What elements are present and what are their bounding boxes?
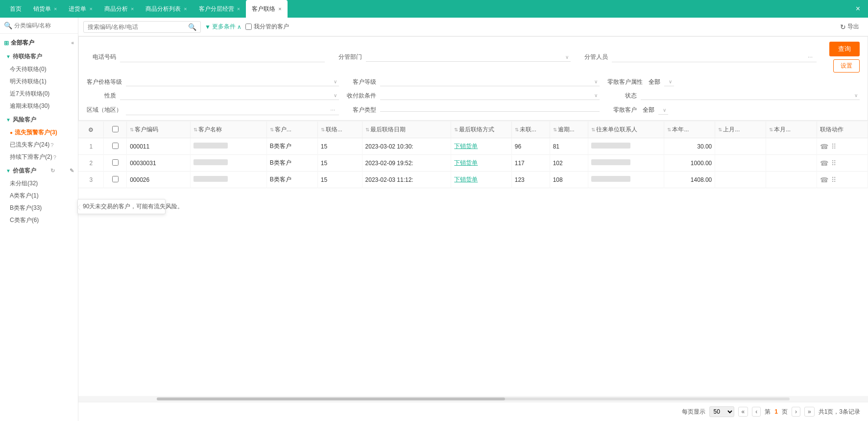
sidebar-group-pending-title[interactable]: ▼ 待联络客户 [0,50,78,63]
status-select[interactable]: ∨ [641,91,860,100]
row-checkbox-2[interactable] [112,176,119,182]
row-way-1[interactable]: 下销货单 [451,155,511,172]
sidebar-item-churn-warning[interactable]: ● 流失预警客户(3) [0,126,78,139]
filter-price-grade: 客户价格等级 ∨ [87,77,339,86]
action-contact-icon-0[interactable]: ☎ [820,143,828,150]
sidebar-group-churn-title[interactable]: ▼ 风险客户 [0,113,78,126]
row-check-0[interactable] [104,138,127,155]
more-conditions-btn[interactable]: ▼ 更多条件 ∧ [205,23,241,31]
h-scrollbar-thumb[interactable] [157,397,505,400]
toolbar-search-input[interactable] [88,24,188,30]
sidebar-item-ungrouped[interactable]: 未分组(32) [0,177,78,190]
zero-attr-select[interactable]: ∨ [664,77,674,86]
sidebar-search-input[interactable] [14,22,88,29]
region-select[interactable]: ··· [126,105,339,115]
sidebar-group-value-title[interactable]: ▼ 价值客户 ↻ ✎ [0,164,78,177]
person-select[interactable]: ··· [612,52,817,62]
price-grade-select[interactable]: ∨ [126,77,339,86]
col-header-date[interactable]: ⇅ 最后联络日期 [362,122,451,138]
query-btn[interactable]: 查询 [829,42,860,56]
sidebar-item-class-a[interactable]: A类客户(1) [0,190,78,202]
tab-customer-segment-close[interactable]: × [237,6,240,12]
sidebar-item-already-churn[interactable]: 已流失客户(24) ? [0,139,78,151]
sidebar-all-customers[interactable]: ⊞ 全部客户 « [0,36,78,50]
sidebar-item-class-c[interactable]: C类客户(6) [0,214,78,226]
tab-sales[interactable]: 销货单 × [27,0,63,18]
page-size-select[interactable]: 50 20 100 [709,406,734,417]
col-header-type[interactable]: ⇅ 客户... [266,122,317,138]
customer-type-select[interactable] [380,108,599,112]
filter-region: 区域（地区） ··· [87,105,339,115]
row-check-2[interactable] [104,172,127,188]
col-header-way[interactable]: ⇅ 最后联络方式 [451,122,511,138]
col-header-thisyear[interactable]: ⇅ 本年... [664,122,715,138]
col-header-code[interactable]: ⇅ 客户编码 [127,122,191,138]
action-contact-icon-2[interactable]: ☎ [820,176,828,184]
sidebar-collapse-btn[interactable]: « [71,40,74,46]
action-more-icon-1[interactable]: ⠿ [831,159,836,167]
sidebar-item-declining[interactable]: 持续下滑客户(2) ? [0,151,78,163]
row-way-0[interactable]: 下销货单 [451,138,511,155]
row-way-link-0[interactable]: 下销货单 [454,143,478,149]
my-customers-checkbox-label[interactable]: 我分管的客户 [245,23,289,31]
gender-label: 性质 [87,92,116,100]
toolbar-search-icon[interactable]: 🔍 [188,23,196,31]
dept-select-arrow: ∨ [565,54,569,60]
setting-btn[interactable]: 设置 [833,59,860,73]
col-header-check[interactable] [104,122,127,138]
col-header-person[interactable]: ⇅ 往来单位联系人 [588,122,664,138]
payment-select[interactable]: ∨ [380,91,599,100]
zero-customer-select[interactable]: ∨ [658,106,668,115]
tab-goods-analysis[interactable]: 商品分析 × [98,0,140,18]
col-header-name[interactable]: ⇅ 客户名称 [191,122,267,138]
sidebar-item-overdue-contact[interactable]: 逾期未联络(30) [0,100,78,112]
col-header-overdue[interactable]: ⇅ 逾期... [550,122,588,138]
first-page-btn[interactable]: « [738,407,748,417]
row-checkbox-1[interactable] [112,159,119,166]
value-group-refresh-icon[interactable]: ↻ [50,168,55,174]
row-way-link-2[interactable]: 下销货单 [454,176,478,183]
col-header-thismonth[interactable]: ⇅ 本月... [766,122,817,138]
gender-select[interactable]: ∨ [120,91,339,100]
sidebar-item-class-b[interactable]: B类客户(33) [0,202,78,214]
window-close-btn[interactable]: × [852,4,864,13]
phone-input[interactable] [120,52,325,62]
row-checkbox-0[interactable] [112,143,119,149]
col-header-unlinked[interactable]: ⇅ 未联... [511,122,550,138]
action-more-icon-2[interactable]: ⠿ [831,176,836,184]
col-header-lastmonth[interactable]: ⇅ 上月... [715,122,766,138]
col-header-contact[interactable]: ⇅ 联络... [317,122,362,138]
dept-select[interactable]: ∨ [366,53,571,62]
next-page-btn[interactable]: › [792,407,800,417]
gender-arrow: ∨ [334,93,337,98]
region-more-icon[interactable]: ··· [328,106,337,113]
person-more-icon[interactable]: ··· [806,53,815,60]
tab-home[interactable]: 首页 [4,0,27,18]
export-btn[interactable]: ↻ 导出 [836,21,863,33]
action-contact-icon-1[interactable]: ☎ [820,159,828,167]
tab-customer-link[interactable]: 客户联络 × [246,0,287,18]
tab-goods-analysis-close[interactable]: × [131,6,134,12]
tab-purchase[interactable]: 进货单 × [63,0,98,18]
col-header-settings[interactable]: ⚙ [78,122,104,138]
sidebar-item-tomorrow-contact[interactable]: 明天待联络(1) [0,75,78,88]
tab-customer-segment[interactable]: 客户分层经营 × [193,0,246,18]
my-customers-checkbox[interactable] [245,24,252,30]
last-page-btn[interactable]: » [804,407,815,417]
customer-grade-select[interactable]: ∨ [380,77,599,86]
sidebar-item-today-contact[interactable]: 今天待联络(0) [0,63,78,75]
row-way-link-1[interactable]: 下销货单 [454,159,478,166]
sidebar-item-7days-contact[interactable]: 近7天待联络(0) [0,88,78,100]
action-more-icon-0[interactable]: ⠿ [831,143,836,150]
tab-purchase-close[interactable]: × [89,6,92,12]
value-group-edit-icon[interactable]: ✎ [70,168,74,174]
tab-sales-close[interactable]: × [54,6,57,12]
filter-row-1: 电话号码 分管部门 ∨ 分管人员 ··· 查询 设置 [87,42,860,73]
tab-customer-link-close[interactable]: × [278,6,281,12]
tab-goods-analysis-list-close[interactable]: × [184,6,187,12]
row-way-2[interactable]: 下销货单 [451,172,511,188]
tab-goods-analysis-list[interactable]: 商品分析列表 × [140,0,193,18]
select-all-checkbox[interactable] [112,126,119,132]
prev-page-btn[interactable]: ‹ [752,407,761,417]
row-check-1[interactable] [104,155,127,172]
